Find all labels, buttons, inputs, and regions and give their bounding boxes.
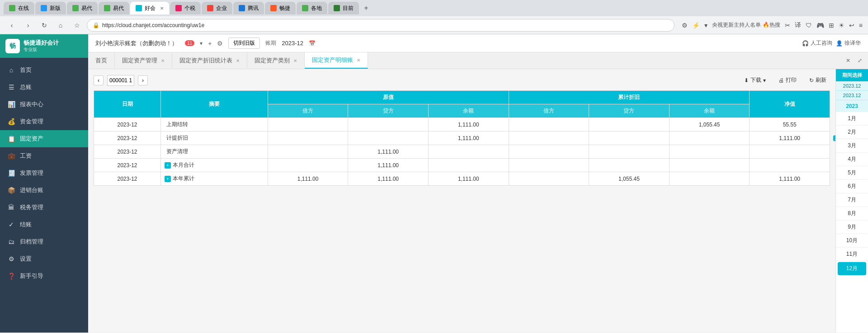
next-page-btn[interactable]: › — [138, 75, 148, 85]
brightness-icon[interactable]: ☀ — [839, 22, 844, 29]
home-button[interactable]: ⌂ — [54, 19, 67, 32]
close-panel-btn[interactable]: ✕ — [844, 56, 853, 65]
print-btn[interactable]: 🖨 打印 — [775, 75, 800, 86]
period-month-11[interactable]: 11月 — [836, 248, 868, 261]
sidebar-item-guide[interactable]: ❓ 新手引导 — [0, 267, 88, 285]
browser-tab-muqian[interactable]: 目前 — [328, 2, 359, 14]
period-month-12[interactable]: 12月 — [838, 262, 866, 276]
sidebar-item-purchase-sales[interactable]: 📦 进销台账 — [0, 182, 88, 199]
prev-page-btn[interactable]: ‹ — [94, 75, 104, 85]
archive-icon: 🗂 — [7, 238, 15, 245]
period-month-8[interactable]: 8月 — [836, 207, 868, 220]
refresh-ledger-btn[interactable]: ↻ 刷新 — [806, 75, 830, 86]
tab-close-asset-detail[interactable]: ✕ — [357, 58, 360, 63]
period-month-1[interactable]: 1月 — [836, 112, 868, 126]
period-month-4[interactable]: 4月 — [836, 153, 868, 166]
url-input[interactable]: 🔒 https://cloud.chanjet.com/accounting/u… — [87, 19, 675, 32]
period-month-6[interactable]: 6月 — [836, 180, 868, 193]
row-summary-3: + 本月合计 — [161, 159, 268, 172]
row-summary-2: 资产清理 — [161, 145, 268, 159]
period-month-9[interactable]: 9月 — [836, 220, 868, 234]
sidebar-item-invoice[interactable]: 🧾 发票管理 — [0, 164, 88, 182]
period-selected-end[interactable]: 2023.12 — [836, 91, 868, 100]
browser-tab-new[interactable]: 新版 — [35, 2, 66, 14]
sidebar-item-close-account[interactable]: ✓ 结账 — [0, 216, 88, 233]
browser-tab-yidai1[interactable]: 易代 — [67, 2, 98, 14]
dropdown-icon[interactable]: ▾ — [704, 22, 708, 29]
page-number-input[interactable] — [107, 75, 134, 86]
browser-tab-online[interactable]: 在线 — [4, 2, 34, 14]
switch-version-btn[interactable]: 切到旧版 — [228, 38, 260, 49]
tab-asset-detail-ledger[interactable]: 固定资产明细账 ✕ — [305, 52, 368, 69]
period-month-7[interactable]: 7月 — [836, 193, 868, 207]
tab-close-haokuai[interactable]: ✕ — [160, 6, 164, 11]
tab-home[interactable]: 首页 — [88, 53, 115, 68]
period-month-2[interactable]: 2月 — [836, 126, 868, 139]
browser-toolbar: ⚙ ⚡ ▾ 央视更新主持人名单 🔥热搜 ✂ 译 🛡 🎮 ⊞ ☀ ↩ ≡ — [682, 21, 863, 29]
browser-tab-changjie[interactable]: 畅捷 — [265, 2, 296, 14]
browser-tab-qiye[interactable]: 企业 — [202, 2, 232, 14]
new-tab-button[interactable]: + — [360, 2, 373, 14]
back-button[interactable]: ‹ — [5, 19, 18, 32]
translate-icon[interactable]: 译 — [795, 21, 801, 29]
sidebar-item-tax[interactable]: 🏛 税务管理 — [0, 199, 88, 216]
sidebar-item-settings[interactable]: ⚙ 设置 — [0, 250, 88, 267]
period-selected-start[interactable]: 2023.12 — [836, 81, 868, 91]
browser-tab-gedi[interactable]: 各地 — [297, 2, 327, 14]
sidebar-item-archive[interactable]: 🗂 归档管理 — [0, 233, 88, 250]
browser-tab-haokuai[interactable]: 好会 ✕ — [130, 2, 169, 14]
tab-close-fixed-assets[interactable]: ✕ — [161, 58, 165, 63]
browser-tab-tencent[interactable]: 腾讯 — [233, 2, 264, 14]
row-orig-debit-0 — [268, 118, 348, 131]
tab-depreciation-stats[interactable]: 固定资产折旧统计表 ✕ — [172, 53, 247, 68]
period-month-3[interactable]: 3月 — [836, 139, 868, 153]
settings-gear-btn[interactable]: ⚙ — [217, 40, 223, 47]
purchase-icon: 📦 — [7, 187, 15, 194]
tab-close-depreciation-stats[interactable]: ✕ — [236, 58, 240, 63]
sidebar-item-general-ledger[interactable]: ☰ 总账 — [0, 79, 88, 96]
period-month-5[interactable]: 5月 — [836, 166, 868, 180]
app-logo: 畅 — [5, 39, 20, 53]
menu-icon[interactable]: ≡ — [859, 22, 863, 29]
grid-icon[interactable]: ⊞ — [829, 22, 834, 29]
refresh-button[interactable]: ↻ — [38, 19, 51, 32]
browser-tab-geshui[interactable]: 个税 — [170, 2, 201, 14]
row-orig-credit-0 — [348, 118, 429, 131]
extensions-icon[interactable]: ⚙ — [682, 22, 688, 29]
calendar-icon[interactable]: 📅 — [309, 40, 316, 47]
sidebar-item-fixed-assets[interactable]: 📋 固定资产 — [0, 130, 88, 147]
row-orig-credit-4: 1,111.00 — [348, 172, 429, 186]
refresh-icon: ↻ — [809, 77, 814, 84]
lightning-icon[interactable]: ⚡ — [692, 22, 700, 29]
user-profile-btn[interactable]: 👤 徐译华 — [836, 39, 861, 47]
add-account-btn[interactable]: + — [208, 40, 212, 47]
download-btn[interactable]: ⬇ 下载 ▾ — [741, 75, 769, 86]
undo-icon[interactable]: ↩ — [849, 22, 854, 29]
row-net-0: 55.55 — [750, 118, 830, 131]
gamepad-icon[interactable]: 🎮 — [816, 22, 824, 29]
sidebar-item-reports[interactable]: 📊 报表中心 — [0, 96, 88, 113]
sidebar-item-home[interactable]: ⌂ 首页 — [0, 61, 88, 79]
tab-close-asset-category[interactable]: ✕ — [293, 58, 297, 63]
sidebar-item-funds[interactable]: 💰 资金管理 — [0, 113, 88, 130]
bookmark-button[interactable]: ☆ — [71, 19, 83, 32]
row-dep-debit-3 — [509, 159, 589, 172]
user-avatar-icon: 👤 — [836, 40, 843, 47]
tab-asset-category[interactable]: 固定资产类别 ✕ — [247, 53, 305, 68]
browser-tab-yidai2[interactable]: 易代 — [99, 2, 129, 14]
dropdown-arrow[interactable]: ▾ — [200, 40, 203, 47]
row-net-2 — [750, 145, 830, 159]
expand-panel-btn[interactable]: ⤢ — [855, 56, 864, 65]
shield-icon[interactable]: 🛡 — [806, 22, 812, 29]
download-icon: ⬇ — [744, 77, 749, 84]
sidebar-item-payroll[interactable]: 💼 工资 — [0, 147, 88, 164]
app-title: 畅捷通好会计 — [24, 39, 59, 47]
forward-button[interactable]: › — [22, 19, 34, 32]
app-subtitle: 专业版 — [24, 47, 59, 53]
scissors-icon[interactable]: ✂ — [785, 22, 790, 29]
label-icon-3: + — [165, 162, 171, 169]
label-icon-4: + — [165, 176, 171, 182]
customer-service-btn[interactable]: 🎧 人工咨询 — [802, 39, 832, 47]
period-month-10[interactable]: 10月 — [836, 234, 868, 248]
tab-fixed-assets-mgmt[interactable]: 固定资产管理 ✕ — [115, 53, 172, 68]
